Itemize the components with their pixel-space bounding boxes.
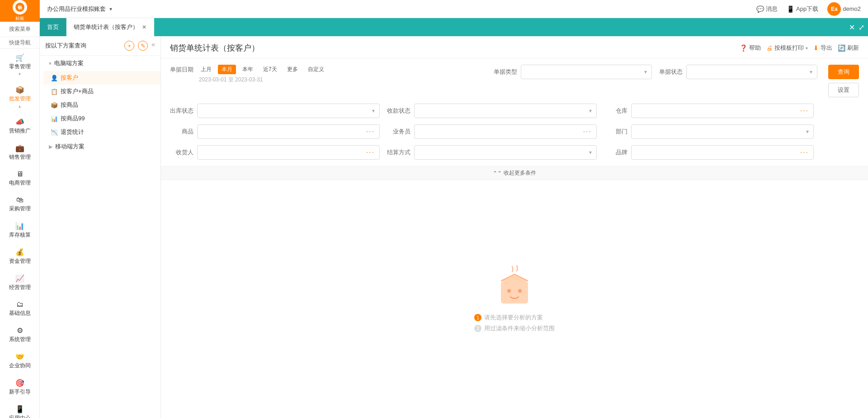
sidebar-item-wholesale[interactable]: 📦 批发管理 ▴ bbox=[0, 81, 39, 113]
sales-icon: 💼 bbox=[15, 144, 24, 152]
sidebar-item-appstore[interactable]: 📱 应用中心 bbox=[0, 400, 39, 418]
sidebar-item-marketing[interactable]: 📣 营销推广 bbox=[0, 113, 39, 139]
department-control[interactable]: ▾ bbox=[631, 124, 814, 139]
date-custom[interactable]: 自定义 bbox=[304, 65, 328, 74]
refresh-btn[interactable]: 🔄 刷新 bbox=[838, 44, 859, 52]
sidebar-item-finance[interactable]: 💰 资金管理 bbox=[0, 243, 39, 270]
settings-button[interactable]: 设置 bbox=[828, 83, 859, 97]
topbar-left: 办公用品行业模拟账套 ▾ bbox=[47, 5, 112, 13]
page-actions: ❓ 帮助 🖨 按模板打印 ⬇ 导出 🔄 刷新 bbox=[740, 44, 859, 52]
message-action[interactable]: 💬 消息 bbox=[756, 5, 778, 13]
tab-sales-stat[interactable]: 销货单统计表（按客户） ✕ bbox=[66, 18, 154, 36]
edit-scheme-btn[interactable]: ✎ bbox=[138, 41, 148, 51]
tab-close-icon[interactable]: ✕ bbox=[142, 24, 146, 30]
out-status-label: 出库状态 bbox=[170, 107, 193, 115]
return-icon: 📉 bbox=[51, 129, 58, 136]
left-panel-header: 按以下方案查询 + ✎ « bbox=[40, 36, 160, 56]
search-menu-item[interactable]: 搜索菜单 bbox=[0, 22, 39, 37]
date-this-year[interactable]: 本年 bbox=[239, 65, 257, 74]
date-filter: 上月 本月 本年 近7天 更多 自定义 bbox=[197, 65, 328, 74]
warehouse-control[interactable]: ··· bbox=[631, 104, 814, 118]
sidebar-logo: 畅 标账 bbox=[0, 0, 40, 22]
goods-icon: 📦 bbox=[51, 102, 58, 109]
date-last-month[interactable]: 上月 bbox=[197, 65, 215, 74]
logo-text: 标账 bbox=[15, 15, 24, 22]
salesperson-control[interactable]: ··· bbox=[414, 124, 597, 139]
date-label: 单据日期 bbox=[170, 66, 193, 74]
brand-more-btn[interactable]: ··· bbox=[800, 148, 809, 157]
query-button[interactable]: 查询 bbox=[828, 65, 859, 79]
mobile-scheme-group[interactable]: ▶ 移动端方案 bbox=[43, 139, 160, 154]
step-1-num: 1 bbox=[474, 314, 481, 321]
quick-nav-item[interactable]: 快捷导航 bbox=[0, 37, 39, 49]
consignee-more-btn[interactable]: ··· bbox=[366, 148, 375, 157]
goods-label: 商品 bbox=[170, 128, 193, 136]
sidebar-item-basic[interactable]: 🗂 基础信息 bbox=[0, 296, 39, 322]
logo-icon: 畅 bbox=[13, 0, 27, 14]
salesperson-more-btn[interactable]: ··· bbox=[583, 128, 592, 136]
dropdown-icon: ▾ bbox=[589, 149, 592, 156]
date-filter-field: 单据日期 上月 本月 本年 近7天 更多 自定义 2023-03-0 bbox=[170, 65, 486, 84]
sidebar-item-operations[interactable]: 📈 经营管理 bbox=[0, 270, 39, 296]
sidebar-item-inventory[interactable]: 📊 库存核算 bbox=[0, 217, 39, 243]
user-menu[interactable]: Ea demo2 bbox=[827, 2, 861, 16]
out-status-control[interactable]: ▾ bbox=[197, 104, 380, 118]
sidebar-item-sales[interactable]: 💼 销售管理 bbox=[0, 139, 39, 166]
collapse-bar[interactable]: ⌃⌃ 收起更多条件 bbox=[161, 166, 868, 180]
scheme-by-customer-goods[interactable]: 📋 按客户+商品 bbox=[43, 85, 160, 98]
tab-home[interactable]: 首页 bbox=[40, 18, 66, 36]
more-btn[interactable]: ··· bbox=[800, 107, 809, 115]
tab-close-all-btn[interactable]: ✕ bbox=[849, 23, 855, 32]
sidebar-item-ecommerce[interactable]: 🖥 电商管理 bbox=[0, 166, 39, 191]
dropdown-icon: ▾ bbox=[589, 108, 592, 114]
tab-expand-btn[interactable]: ⤢ bbox=[859, 23, 864, 32]
scheme-by-goods-99[interactable]: 📊 按商品99 bbox=[43, 112, 160, 125]
date-more[interactable]: 更多 bbox=[283, 65, 302, 74]
print-icon: 🖨 bbox=[766, 44, 773, 52]
newbie-icon: 🎯 bbox=[15, 379, 24, 387]
date-last-7[interactable]: 近7天 bbox=[259, 65, 281, 74]
inventory-icon: 📊 bbox=[15, 222, 24, 230]
brand-control[interactable]: ··· bbox=[631, 145, 814, 160]
collapse-panel-btn[interactable]: « bbox=[151, 41, 155, 51]
caret-right-icon: ▶ bbox=[49, 144, 52, 150]
payment-method-control[interactable]: ▾ bbox=[414, 145, 597, 160]
date-this-month[interactable]: 本月 bbox=[218, 65, 236, 74]
department-field: 部门 ▾ bbox=[604, 124, 814, 139]
sidebar-item-retail[interactable]: 🛒 零售管理 ▾ bbox=[0, 49, 39, 81]
goods-more-btn[interactable]: ··· bbox=[366, 128, 375, 136]
consignee-field: 收货人 ··· bbox=[170, 145, 380, 160]
sidebar-item-enterprise[interactable]: 🤝 企业协同 bbox=[0, 348, 39, 374]
scheme-by-customer[interactable]: 👤 按客户 bbox=[43, 71, 160, 85]
scheme-by-goods[interactable]: 📦 按商品 bbox=[43, 98, 160, 112]
industry-dropdown[interactable]: ▾ bbox=[109, 6, 112, 12]
app-download-action[interactable]: 📱 App下载 bbox=[787, 5, 818, 13]
add-scheme-btn[interactable]: + bbox=[124, 41, 134, 51]
print-tpl-btn[interactable]: 🖨 按模板打印 bbox=[766, 44, 808, 52]
receipt-status-field: 收款状态 ▾ bbox=[387, 104, 597, 118]
doc-status-control[interactable]: ▾ bbox=[686, 65, 817, 79]
consignee-control[interactable]: ··· bbox=[197, 145, 380, 160]
help-btn[interactable]: ❓ 帮助 bbox=[740, 44, 761, 52]
svg-text:畅: 畅 bbox=[18, 5, 22, 10]
scheme-return-stat[interactable]: 📉 退货统计 bbox=[43, 125, 160, 139]
receipt-status-label: 收款状态 bbox=[387, 107, 410, 115]
operations-icon: 📈 bbox=[15, 274, 24, 283]
left-panel: 按以下方案查询 + ✎ « ▾ 电脑端方案 👤 按客户 📋 bbox=[40, 36, 161, 418]
sidebar-item-purchase[interactable]: 🛍 采购管理 bbox=[0, 191, 39, 217]
doc-type-control[interactable]: ▾ bbox=[521, 65, 652, 79]
left-panel-actions: + ✎ « bbox=[124, 41, 155, 51]
export-btn[interactable]: ⬇ 导出 bbox=[813, 44, 832, 52]
customer-goods-icon: 📋 bbox=[51, 88, 58, 95]
receipt-status-control[interactable]: ▾ bbox=[414, 104, 597, 118]
ecommerce-icon: 🖥 bbox=[16, 170, 24, 178]
main-area: 办公用品行业模拟账套 ▾ 💬 消息 📱 App下载 Ea demo2 首页 销货… bbox=[40, 0, 868, 418]
sidebar-item-system[interactable]: ⚙ 系统管理 bbox=[0, 322, 39, 348]
dropdown-icon: ▾ bbox=[372, 108, 375, 114]
action-buttons: 查询 设置 bbox=[828, 65, 859, 97]
purchase-icon: 🛍 bbox=[16, 196, 24, 204]
goods-control[interactable]: ··· bbox=[197, 124, 380, 139]
sidebar-item-newbie[interactable]: 🎯 新手引导 bbox=[0, 374, 39, 400]
desktop-scheme-group[interactable]: ▾ 电脑端方案 bbox=[43, 56, 160, 71]
tab-bar: 首页 销货单统计表（按客户） ✕ ✕ ⤢ bbox=[40, 18, 868, 36]
